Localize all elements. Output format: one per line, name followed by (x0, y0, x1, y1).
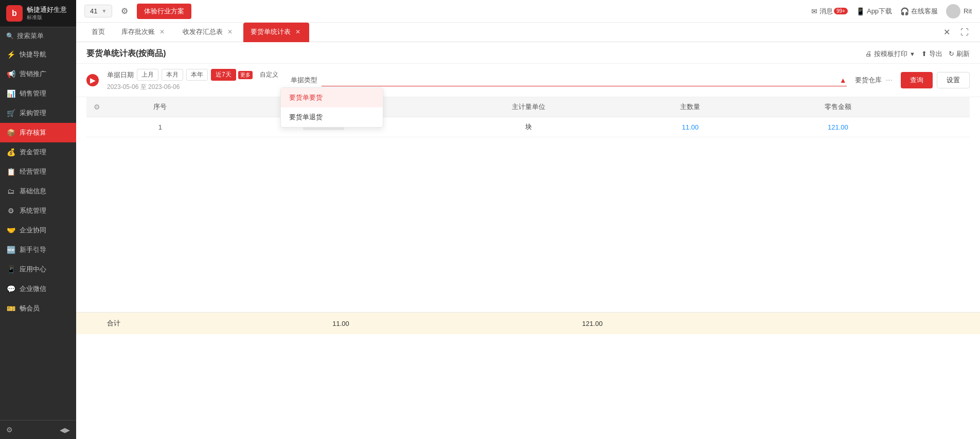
sidebar-item-appstore[interactable]: 📱 应用中心 (0, 260, 76, 279)
tab-controls: ✕ ⛶ (940, 26, 972, 38)
footer-label: 合计 (86, 319, 215, 328)
col-header-settings[interactable]: ⚙ (86, 97, 107, 117)
export-label: 导出 (929, 49, 942, 59)
content-spacer (76, 137, 980, 312)
col-header-empty (919, 97, 970, 117)
row-settings-cell (86, 117, 107, 137)
sidebar-item-system[interactable]: ⚙ 系统管理 (0, 201, 76, 221)
refresh-icon: ↻ (949, 50, 954, 58)
warehouse-filter-label: 要货仓库 (855, 76, 882, 85)
export-button[interactable]: ⬆ 导出 (921, 49, 942, 59)
footer-amount: 121.00 (467, 320, 718, 327)
purchase-icon: 🛒 (6, 109, 15, 117)
sidebar-item-member[interactable]: 🎫 畅会员 (0, 299, 76, 318)
online-support-button[interactable]: 🎧 在线客服 (900, 7, 938, 16)
app-download-label: App下载 (867, 7, 892, 16)
type-filter-input[interactable] (322, 74, 847, 86)
settings-button[interactable]: 设置 (937, 72, 970, 88)
dropdown-option-requisition-order-label: 要货单要货 (289, 94, 323, 101)
sidebar-item-wechat[interactable]: 💬 企业微信 (0, 279, 76, 299)
sidebar-item-basic[interactable]: 🗂 基础信息 (0, 181, 76, 201)
tab-inventory-batch[interactable]: 库存批次账 ✕ (114, 23, 173, 42)
guide-icon: 🆕 (6, 246, 15, 254)
search-menu-label: 搜索菜单 (17, 31, 44, 41)
date-this-year-button[interactable]: 本年 (186, 69, 208, 81)
collapse-icon[interactable]: ◀▶ (60, 426, 70, 434)
sidebar-item-label: 企业微信 (20, 284, 46, 294)
sidebar-item-finance[interactable]: 💰 资金管理 (0, 142, 76, 162)
sidebar-item-inventory[interactable]: 📦 库存核算 (0, 123, 76, 142)
basic-icon: 🗂 (6, 187, 15, 195)
sidebar-item-marketing[interactable]: 📢 营销推广 (0, 64, 76, 84)
date-range-display: 2023-05-06 至 2023-06-06 (107, 83, 282, 92)
row-extra (919, 117, 970, 137)
settings-icon[interactable]: ⚙ (6, 426, 13, 434)
tab-requisition-stats-label: 要货单统计表 (251, 27, 291, 36)
sidebar-item-label: 基础信息 (20, 187, 46, 196)
date-last-period-button[interactable]: 上月 (137, 69, 158, 81)
logo-area: b 畅捷通好生意 标准版 (0, 0, 76, 27)
date-label: 单据日期 (107, 70, 134, 80)
sidebar-item-enterprise[interactable]: 🤝 企业协同 (0, 221, 76, 240)
finance-icon: 💰 (6, 148, 15, 156)
inventory-icon: 📦 (6, 129, 15, 137)
row-amount[interactable]: 121.00 (757, 117, 919, 137)
marketing-icon: 📢 (6, 70, 15, 78)
sidebar-item-label: 采购管理 (20, 108, 46, 118)
sidebar-item-guide[interactable]: 🆕 新手引导 (0, 240, 76, 260)
tab-receivable-summary[interactable]: 收发存汇总表 ✕ (175, 23, 241, 42)
messages-button[interactable]: ✉ 消息 99+ (811, 7, 848, 16)
sidebar-item-label: 营销推广 (20, 69, 46, 79)
filter-expand-button[interactable]: ▶ (86, 74, 99, 86)
dropdown-option-requisition-return[interactable]: 要货单退货 (281, 107, 383, 127)
col-header-unit: 主计量单位 (434, 97, 623, 117)
tab-requisition-stats[interactable]: 要货单统计表 ✕ (243, 23, 309, 42)
export-icon: ⬆ (921, 50, 927, 58)
sidebar-item-sales[interactable]: 📊 销售管理 (0, 84, 76, 103)
refresh-button[interactable]: ↻ 刷新 (949, 49, 970, 59)
sidebar-bottom: ⚙ ◀▶ (0, 420, 76, 439)
sidebar-item-label: 资金管理 (20, 148, 46, 157)
sidebar-item-label: 库存核算 (20, 128, 46, 137)
type-filter-arrow-icon[interactable]: ▲ (840, 76, 847, 84)
sidebar-item-operations[interactable]: 📋 经营管理 (0, 162, 76, 181)
filter-bar: ▶ 单据日期 上月 本月 本年 近7天 更多 自定义 2023-05-06 至 … (76, 64, 980, 97)
refresh-label: 刷新 (956, 49, 970, 59)
sidebar-item-purchase[interactable]: 🛒 采购管理 (0, 103, 76, 123)
tab-inventory-batch-close-icon[interactable]: ✕ (158, 28, 166, 36)
user-avatar (946, 4, 960, 19)
tab-receivable-summary-close-icon[interactable]: ✕ (226, 28, 234, 36)
query-button[interactable]: 查询 (901, 72, 933, 88)
tab-home[interactable]: 首页 (84, 23, 112, 42)
app-download-button[interactable]: 📱 App下载 (856, 7, 892, 16)
search-menu[interactable]: 🔍 搜索菜单 (0, 27, 76, 45)
company-selector[interactable]: 41 ▼ (84, 5, 112, 17)
topbar: 41 ▼ ⚙ 体验行业方案 ✉ 消息 99+ 📱 App下载 🎧 在线客服 R (76, 0, 980, 23)
row-qty[interactable]: 11.00 (623, 117, 757, 137)
template-print-button[interactable]: 🖨 按模板打印 ▼ (865, 49, 915, 59)
trial-industry-button[interactable]: 体验行业方案 (137, 4, 191, 19)
col-header-amount: 零售金额 (757, 97, 919, 117)
tab-requisition-stats-close-icon[interactable]: ✕ (294, 28, 302, 36)
company-selector-arrow-icon: ▼ (101, 8, 106, 14)
close-all-tabs-button[interactable]: ✕ (940, 26, 953, 38)
sidebar-item-quick-nav[interactable]: ⚡ 快捷导航 (0, 45, 76, 64)
user-avatar-area[interactable]: Rit (946, 4, 972, 19)
wechat-icon: 💬 (6, 285, 15, 293)
row-seq: 1 (107, 117, 213, 137)
sidebar-item-label: 应用中心 (20, 265, 46, 274)
app-download-icon: 📱 (856, 7, 865, 15)
filter-date-section: 单据日期 上月 本月 本年 近7天 更多 自定义 2023-05-06 至 20… (107, 69, 282, 92)
main-area: 41 ▼ ⚙ 体验行业方案 ✉ 消息 99+ 📱 App下载 🎧 在线客服 R (76, 0, 980, 439)
dropdown-option-requisition-order[interactable]: 要货单要货 (281, 88, 383, 107)
date-this-month-button[interactable]: 本月 (162, 69, 183, 81)
topbar-gear-button[interactable]: ⚙ (117, 4, 132, 19)
nav-list: ⚡ 快捷导航 📢 营销推广 📊 销售管理 🛒 采购管理 📦 库存核算 💰 资金管… (0, 45, 76, 420)
date-last-7-days-button[interactable]: 近7天 (211, 69, 236, 81)
table-settings-icon[interactable]: ⚙ (94, 103, 100, 111)
date-custom-button[interactable]: 自定义 (256, 69, 282, 80)
tab-home-label: 首页 (92, 27, 105, 36)
maximize-button[interactable]: ⛶ (957, 27, 972, 38)
warehouse-filter-dots[interactable]: ··· (886, 76, 893, 85)
sidebar-item-label: 经营管理 (20, 167, 46, 176)
